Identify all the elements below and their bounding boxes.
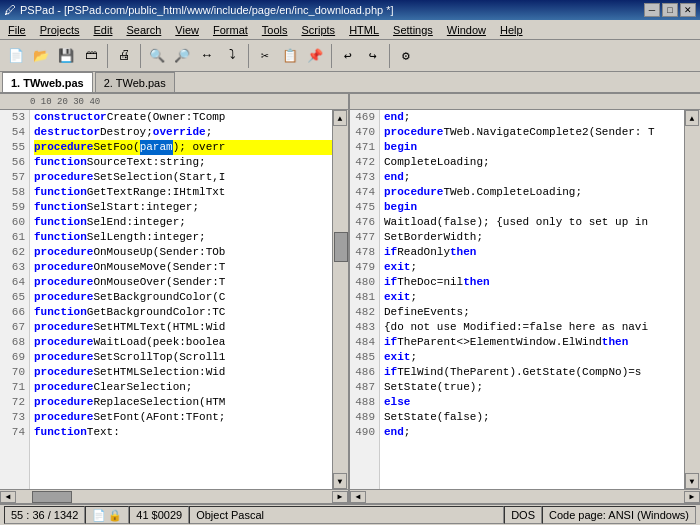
new-button[interactable]: 📄 bbox=[4, 44, 28, 68]
left-hscroll[interactable]: ◀ ▶ bbox=[0, 489, 348, 503]
print-button[interactable]: 🖨 bbox=[112, 44, 136, 68]
menu-item-help[interactable]: Help bbox=[494, 21, 529, 39]
find-button[interactable]: 🔎 bbox=[170, 44, 194, 68]
extra-button[interactable]: ⚙ bbox=[394, 44, 418, 68]
right-hscroll[interactable]: ◀ ▶ bbox=[350, 489, 700, 503]
code-line-72[interactable]: procedure ReplaceSelection(HTM bbox=[34, 395, 332, 410]
close-button[interactable]: ✕ bbox=[680, 3, 696, 17]
tab-2[interactable]: 2. TWeb.pas bbox=[95, 72, 175, 92]
code-line-62[interactable]: procedure OnMouseUp(Sender:TOb bbox=[34, 245, 332, 260]
code-line-65[interactable]: procedure SetBackgroundColor(C bbox=[34, 290, 332, 305]
code-line-66[interactable]: function GetBackgroundColor:TC bbox=[34, 305, 332, 320]
code-line-right-489[interactable]: SetState(false); bbox=[384, 410, 684, 425]
separator-4 bbox=[331, 44, 332, 68]
right-pane: 4694704714724734744754764774784794804814… bbox=[350, 94, 700, 503]
save-button[interactable]: 💾 bbox=[54, 44, 78, 68]
cut-button[interactable]: ✂ bbox=[253, 44, 277, 68]
menu-item-html[interactable]: HTML bbox=[343, 21, 385, 39]
code-line-right-472[interactable]: CompleteLoading; bbox=[384, 155, 684, 170]
code-line-56[interactable]: function SourceText:string; bbox=[34, 155, 332, 170]
menu-item-scripts[interactable]: Scripts bbox=[296, 21, 342, 39]
code-line-60[interactable]: function SelEnd:integer; bbox=[34, 215, 332, 230]
code-line-right-477[interactable]: SetBorderWidth; bbox=[384, 230, 684, 245]
scroll-thumb[interactable] bbox=[334, 232, 348, 262]
code-line-67[interactable]: procedure SetHTMLText(HTML:Wid bbox=[34, 320, 332, 335]
code-line-63[interactable]: procedure OnMouseMove(Sender:T bbox=[34, 260, 332, 275]
copy-button[interactable]: 📋 bbox=[278, 44, 302, 68]
right-code-container[interactable]: 4694704714724734744754764774784794804814… bbox=[350, 110, 700, 489]
left-scrollbar[interactable]: ▲ ▼ bbox=[332, 110, 348, 489]
paste-button[interactable]: 📌 bbox=[303, 44, 327, 68]
right-scroll-up-arrow[interactable]: ▲ bbox=[685, 110, 699, 126]
code-line-right-475[interactable]: begin bbox=[384, 200, 684, 215]
code-line-74[interactable]: function Text: bbox=[34, 425, 332, 440]
open-button[interactable]: 📂 bbox=[29, 44, 53, 68]
code-line-right-474[interactable]: procedure TWeb.CompleteLoading; bbox=[384, 185, 684, 200]
code-line-right-488[interactable]: else bbox=[384, 395, 684, 410]
code-line-right-471[interactable]: begin bbox=[384, 140, 684, 155]
menu-item-projects[interactable]: Projects bbox=[34, 21, 86, 39]
code-line-73[interactable]: procedure SetFont(AFont:TFont; bbox=[34, 410, 332, 425]
hscroll-left-arrow[interactable]: ◀ bbox=[0, 491, 16, 503]
menu-item-view[interactable]: View bbox=[169, 21, 205, 39]
code-line-right-478[interactable]: if ReadOnly then bbox=[384, 245, 684, 260]
code-line-61[interactable]: function SelLength:integer; bbox=[34, 230, 332, 245]
menu-item-settings[interactable]: Settings bbox=[387, 21, 439, 39]
menu-item-file[interactable]: File bbox=[2, 21, 32, 39]
tab-1[interactable]: 1. TWweb.pas bbox=[2, 72, 93, 92]
code-line-59[interactable]: function SelStart:integer; bbox=[34, 200, 332, 215]
status-lang: Object Pascal bbox=[189, 506, 504, 524]
right-scroll-down-arrow[interactable]: ▼ bbox=[685, 473, 699, 489]
menu-item-search[interactable]: Search bbox=[120, 21, 167, 39]
code-line-right-484[interactable]: if TheParent<>ElementWindow.ElWind then bbox=[384, 335, 684, 350]
code-line-right-481[interactable]: exit; bbox=[384, 290, 684, 305]
code-line-right-470[interactable]: procedure TWeb.NavigateComplete2(Sender:… bbox=[384, 125, 684, 140]
code-line-right-485[interactable]: exit; bbox=[384, 350, 684, 365]
hscroll-right-arrow[interactable]: ▶ bbox=[332, 491, 348, 503]
right-hscroll-left[interactable]: ◀ bbox=[350, 491, 366, 503]
code-line-69[interactable]: procedure SetScrollTop(Scroll1 bbox=[34, 350, 332, 365]
title-controls[interactable]: ─ □ ✕ bbox=[644, 3, 696, 17]
right-ruler bbox=[350, 94, 700, 110]
hscroll-thumb[interactable] bbox=[32, 491, 72, 503]
code-line-right-482[interactable]: DefineEvents; bbox=[384, 305, 684, 320]
code-line-68[interactable]: procedure WaitLoad(peek:boolea bbox=[34, 335, 332, 350]
scroll-down-arrow[interactable]: ▼ bbox=[333, 473, 347, 489]
code-line-right-479[interactable]: exit; bbox=[384, 260, 684, 275]
redo-button[interactable]: ↪ bbox=[361, 44, 385, 68]
maximize-button[interactable]: □ bbox=[662, 3, 678, 17]
code-line-right-490[interactable]: end; bbox=[384, 425, 684, 440]
left-code-lines[interactable]: constructor Create(Owner:TComp destructo… bbox=[30, 110, 332, 489]
code-line-64[interactable]: procedure OnMouseOver(Sender:T bbox=[34, 275, 332, 290]
code-line-70[interactable]: procedure SetHTMLSelection:Wid bbox=[34, 365, 332, 380]
minimize-button[interactable]: ─ bbox=[644, 3, 660, 17]
code-line-57[interactable]: procedure SetSelection(Start,I bbox=[34, 170, 332, 185]
code-line-55[interactable]: procedure SetFoo(param); overr bbox=[34, 140, 332, 155]
code-line-right-473[interactable]: end; bbox=[384, 170, 684, 185]
code-line-right-480[interactable]: if TheDoc=nil then bbox=[384, 275, 684, 290]
menu-item-window[interactable]: Window bbox=[441, 21, 492, 39]
code-line-right-487[interactable]: SetState(true); bbox=[384, 380, 684, 395]
code-line-right-469[interactable]: end; bbox=[384, 110, 684, 125]
left-code-container[interactable]: 5354555657585960616263646566676869707172… bbox=[0, 110, 348, 489]
code-line-right-476[interactable]: Waitload(false); {used only to set up in bbox=[384, 215, 684, 230]
menu-item-format[interactable]: Format bbox=[207, 21, 254, 39]
left-line-numbers: 5354555657585960616263646566676869707172… bbox=[0, 110, 30, 489]
scroll-up-arrow[interactable]: ▲ bbox=[333, 110, 347, 126]
replace-button[interactable]: ↔ bbox=[195, 44, 219, 68]
code-line-54[interactable]: destructor Destroy; override; bbox=[34, 125, 332, 140]
code-line-right-483[interactable]: {do not use Modified:=false here as navi bbox=[384, 320, 684, 335]
undo-button[interactable]: ↩ bbox=[336, 44, 360, 68]
right-hscroll-right[interactable]: ▶ bbox=[684, 491, 700, 503]
search-button[interactable]: 🔍 bbox=[145, 44, 169, 68]
save-all-button[interactable]: 🗃 bbox=[79, 44, 103, 68]
goto-button[interactable]: ⤵ bbox=[220, 44, 244, 68]
code-line-58[interactable]: function GetTextRange:IHtmlTxt bbox=[34, 185, 332, 200]
code-line-right-486[interactable]: if TElWind(TheParent).GetState(CompNo)=s bbox=[384, 365, 684, 380]
menu-item-tools[interactable]: Tools bbox=[256, 21, 294, 39]
right-code-lines[interactable]: end;procedure TWeb.NavigateComplete2(Sen… bbox=[380, 110, 684, 489]
code-line-71[interactable]: procedure ClearSelection; bbox=[34, 380, 332, 395]
menu-item-edit[interactable]: Edit bbox=[87, 21, 118, 39]
code-line-53[interactable]: constructor Create(Owner:TComp bbox=[34, 110, 332, 125]
right-scrollbar[interactable]: ▲ ▼ bbox=[684, 110, 700, 489]
